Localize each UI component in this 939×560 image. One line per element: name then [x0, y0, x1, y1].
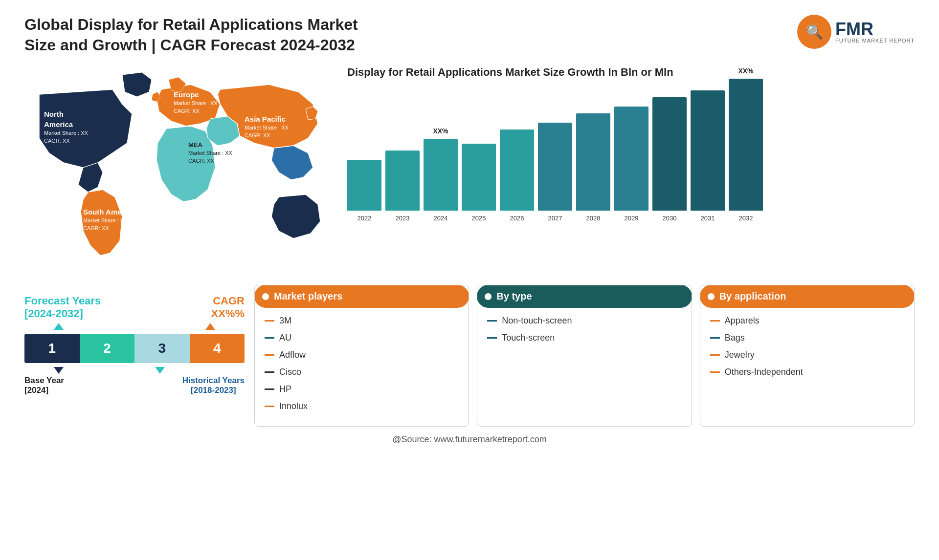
- bar-2026: 2026: [500, 118, 534, 222]
- card-item-text-market-players-4: HP: [279, 384, 291, 394]
- tl-segment-3: 3: [134, 334, 190, 363]
- card-item-text-by-type-0: Non-touch-screen: [502, 316, 572, 326]
- main-content-row: North America Market Share : XX CAGR: XX…: [24, 65, 915, 275]
- card-item-text-by-application-1: Bags: [725, 333, 745, 343]
- bar-chart-container: 20222023XX%20242025202620272028202920302…: [347, 90, 915, 241]
- card-dash-market-players-1: [265, 337, 274, 339]
- base-year-value: [2024]: [24, 386, 64, 395]
- bar-rect-2027: [538, 123, 572, 211]
- map-label-asia-pacific: Asia Pacific Market Share : XX CAGR: XX: [245, 114, 289, 139]
- bar-rect-2028: [576, 113, 610, 211]
- tl-segment-1: 1: [24, 334, 80, 363]
- card-dot-market-players: [262, 293, 269, 300]
- bar-year-2024: 2024: [434, 215, 448, 222]
- bar-2031: 2031: [691, 79, 725, 222]
- card-header-by-application: By application: [700, 285, 915, 308]
- card-header-title-by-application: By application: [719, 291, 786, 302]
- map-section: North America Market Share : XX CAGR: XX…: [24, 65, 328, 275]
- base-year-label: Base Year: [24, 376, 64, 386]
- card-dash-by-type-1: [487, 337, 497, 339]
- bottom-section: Forecast Years [2024-2032] CAGR XX%%: [24, 285, 915, 427]
- card-body-by-type: Non-touch-screenTouch-screen: [477, 308, 691, 358]
- map-label-south-america: South America Market Share : XX CAGR: XX: [83, 207, 134, 232]
- card-item-by-application-3: Others-Independent: [710, 367, 904, 377]
- card-dash-market-players-0: [265, 320, 274, 322]
- tl-segment-4: 4: [190, 334, 245, 363]
- card-dash-market-players-4: [265, 388, 274, 390]
- tl-num-2: 2: [103, 341, 111, 356]
- card-dot-by-application: [708, 293, 715, 300]
- forecast-label: Forecast Years: [24, 295, 101, 307]
- card-item-by-application-0: Apparels: [710, 316, 904, 326]
- card-body-market-players: 3MAUAdflowCiscoHPInnolux: [255, 308, 469, 426]
- card-item-market-players-2: Adflow: [265, 350, 459, 360]
- card-item-text-by-application-3: Others-Independent: [725, 367, 803, 377]
- card-item-market-players-5: Innolux: [265, 401, 459, 411]
- card-item-text-market-players-0: 3M: [279, 316, 291, 326]
- source-footer: @Source: www.futuremarketreport.com: [24, 434, 915, 445]
- bar-rect-2025: [462, 144, 496, 211]
- bar-rect-2032: [729, 79, 763, 211]
- card-dash-by-application-3: [710, 371, 720, 373]
- map-label-europe: Europe Market Share : XX CAGR: XX: [174, 89, 218, 115]
- bar-rect-2031: [691, 90, 725, 211]
- cards-section: Market players3MAUAdflowCiscoHPInnoluxBy…: [254, 285, 915, 427]
- cagr-value: XX%%: [211, 307, 245, 320]
- header: Global Display for Retail Applications M…: [24, 15, 915, 55]
- bar-rect-2022: [347, 160, 381, 211]
- page-title: Global Display for Retail Applications M…: [24, 15, 367, 55]
- card-dash-by-application-0: [710, 320, 720, 322]
- card-dot-by-type: [485, 293, 492, 300]
- cagr-label: CAGR: [211, 295, 245, 307]
- tl-num-3: 3: [158, 341, 166, 356]
- bar-year-2031: 2031: [701, 215, 715, 222]
- bar-2029: 2029: [614, 95, 648, 222]
- card-item-text-market-players-3: Cisco: [279, 367, 301, 377]
- arrow-up-cagr: [205, 323, 215, 330]
- bar-year-2028: 2028: [586, 215, 601, 222]
- card-by-type: By typeNon-touch-screenTouch-screen: [477, 285, 692, 427]
- arrow-down-hist: [155, 367, 165, 374]
- card-item-text-by-type-1: Touch-screen: [502, 333, 555, 343]
- card-item-by-type-0: Non-touch-screen: [487, 316, 681, 326]
- bar-rect-2024: [424, 139, 458, 211]
- card-item-market-players-0: 3M: [265, 316, 459, 326]
- card-dash-market-players-3: [265, 371, 274, 373]
- bar-label-2032: XX%: [738, 67, 753, 77]
- logo-area: 🔍 FMR FUTURE MARKET REPORT: [797, 15, 915, 49]
- card-dash-by-application-2: [710, 354, 720, 356]
- card-item-text-by-application-2: Jewelry: [725, 350, 755, 360]
- arrow-up-forecast: [54, 323, 64, 330]
- historical-value: [2018-2023]: [182, 386, 245, 395]
- card-dash-market-players-5: [265, 406, 274, 407]
- card-item-text-by-application-0: Apparels: [725, 316, 760, 326]
- card-item-by-application-2: Jewelry: [710, 350, 904, 360]
- map-label-mea: MEA Market Share : XX CAGR: XX: [188, 141, 232, 165]
- bar-rect-2026: [500, 129, 534, 211]
- logo-icon: 🔍: [797, 15, 831, 49]
- tl-num-1: 1: [48, 341, 56, 356]
- bar-year-2025: 2025: [472, 215, 486, 222]
- bar-rect-2023: [385, 151, 420, 211]
- map-label-north-america: North America Market Share : XX CAGR: XX: [44, 109, 88, 145]
- tl-segment-2: 2: [80, 334, 135, 363]
- card-header-market-players: Market players: [254, 285, 469, 308]
- card-header-title-by-type: By type: [496, 291, 532, 302]
- card-market-players: Market players3MAUAdflowCiscoHPInnolux: [254, 285, 469, 427]
- timeline-bar: 1 2 3 4: [24, 334, 245, 363]
- bar-2025: 2025: [462, 132, 496, 222]
- bar-rect-2030: [652, 97, 687, 211]
- bar-2023: 2023: [385, 139, 420, 222]
- card-item-market-players-3: Cisco: [265, 367, 459, 377]
- bar-year-2026: 2026: [510, 215, 524, 222]
- card-header-by-type: By type: [477, 285, 692, 308]
- card-body-by-application: ApparelsBagsJewelryOthers-Independent: [700, 308, 914, 392]
- card-item-market-players-4: HP: [265, 384, 459, 394]
- card-dash-by-type-0: [487, 320, 497, 322]
- card-item-text-market-players-1: AU: [279, 333, 291, 343]
- bar-year-2032: 2032: [739, 215, 753, 222]
- bar-2030: 2030: [652, 86, 687, 222]
- bar-year-2029: 2029: [625, 215, 639, 222]
- logo-sub: FUTURE MARKET REPORT: [835, 38, 915, 43]
- forecast-years: [2024-2032]: [24, 307, 101, 320]
